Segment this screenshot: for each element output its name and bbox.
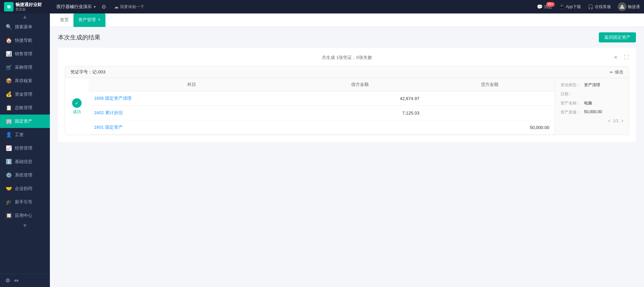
messages-button[interactable]: 💬 消息 99 xyxy=(537,4,552,10)
app-download-button[interactable]: 📱 App下载 xyxy=(559,4,581,10)
sidebar-item-enterprise[interactable]: 🤝 企业协同 xyxy=(0,182,50,195)
sidebar-item-payroll[interactable]: 👤 工资 xyxy=(0,128,50,141)
subject-1601: 1601 固定资产 xyxy=(89,120,295,135)
sidebar-item-search[interactable]: 🔍 搜索菜单 xyxy=(0,20,50,34)
tab-bar: 首页 资产管理 ✕ xyxy=(50,13,644,27)
sidebar-item-sales[interactable]: 📊 销售管理 xyxy=(0,47,50,61)
table-row: 1601 固定资产 50,000.00 xyxy=(89,120,555,135)
management-icon: 📈 xyxy=(5,145,12,152)
change-type-value: 资产清理 xyxy=(584,82,600,88)
cloud-icon: ☁ xyxy=(114,4,119,9)
app-center-icon: 🔲 xyxy=(5,212,12,219)
purchase-icon: 🛒 xyxy=(5,64,12,71)
debit-1601 xyxy=(295,120,425,135)
logo-sub: 普及版 xyxy=(16,7,42,11)
tab-asset-mgmt-label: 资产管理 xyxy=(78,17,96,23)
expand-icon: ⛶ xyxy=(624,55,629,60)
sidebar-item-system[interactable]: ⚙️ 系统管理 xyxy=(0,168,50,182)
edit-label: 修改 xyxy=(615,69,623,75)
ledger-icon: 📋 xyxy=(5,104,12,111)
page-content: 本次生成的结果 返回固定资产 共生成 1张凭证，0张失败 凭证字号：记-003 … xyxy=(50,27,644,287)
page-info: 1/1 xyxy=(613,119,619,123)
message-icon: 💬 xyxy=(537,4,543,9)
topbar: 畅 畅捷通好业财 普及版 医疗器械行业演示 ▼ ⚙ ☁ 我要体验一下 💬 消息 … xyxy=(0,0,644,13)
col-credit: 贷方金额 xyxy=(425,78,555,91)
debit-1602: 7,125.03 xyxy=(295,106,425,120)
experience-label: 我要体验一下 xyxy=(120,4,144,10)
sidebar-label-search: 搜索菜单 xyxy=(15,24,32,30)
sidebar-label-enterprise: 企业协同 xyxy=(15,186,32,192)
messages-badge: 99 xyxy=(546,2,555,7)
close-panel-button[interactable]: ✕ xyxy=(612,53,620,61)
sidebar-label-quicknav: 快捷导航 xyxy=(15,37,32,43)
prev-page-icon[interactable]: < xyxy=(608,119,611,123)
user-menu-button[interactable]: 畅捷通 xyxy=(618,2,640,11)
sidebar: ▲ 🔍 搜索菜单 🏠 快捷导航 📊 销售管理 🛒 采购管理 📦 库存核算 💰 资… xyxy=(0,13,50,287)
headset-icon: 🎧 xyxy=(588,4,593,9)
sidebar-item-quicknav[interactable]: 🏠 快捷导航 xyxy=(0,34,50,47)
tab-close-icon[interactable]: ✕ xyxy=(98,18,101,22)
col-debit: 借方金额 xyxy=(295,78,425,91)
user-label: 畅捷通 xyxy=(628,4,640,10)
sidebar-item-fixed-assets[interactable]: 🏢 固定资产 xyxy=(0,115,50,128)
success-circle-icon: ✓ xyxy=(72,98,82,108)
side-row-asset-value: 资产原值： 50,000.00 xyxy=(560,109,623,115)
settings-icon[interactable]: ⚙ xyxy=(99,2,109,11)
topbar-right: 💬 消息 99 📱 App下载 🎧 在线客服 畅捷通 xyxy=(537,2,640,11)
sidebar-label-sales: 销售管理 xyxy=(15,51,32,57)
edit-button[interactable]: ✏ 修改 xyxy=(610,69,623,75)
download-icon: 📱 xyxy=(559,4,564,9)
side-row-asset-name: 资产名称： 电脑 xyxy=(560,100,623,106)
sidebar-item-basic-info[interactable]: ℹ️ 基础信息 xyxy=(0,155,50,168)
chevron-down-icon: ▼ xyxy=(93,5,96,9)
sidebar-label-finance: 资金管理 xyxy=(15,91,32,97)
app-download-label: App下载 xyxy=(566,4,581,10)
sidebar-gear-icon[interactable]: ⚙ xyxy=(5,277,10,284)
sidebar-scroll-down[interactable]: ▼ xyxy=(0,222,50,229)
sidebar-bottom: ⚙ ⇔ xyxy=(0,274,50,287)
content-area: 首页 资产管理 ✕ 本次生成的结果 返回固定资产 共生成 1张凭证，0张失败 凭… xyxy=(50,13,644,287)
sidebar-item-purchase[interactable]: 🛒 采购管理 xyxy=(0,61,50,74)
sidebar-label-ledger: 总账管理 xyxy=(15,105,32,111)
enterprise-icon: 🤝 xyxy=(5,185,12,192)
table-row: 1602 累计折旧 7,125.03 xyxy=(89,106,555,120)
panel-controls: ✕ ⛶ xyxy=(612,53,631,61)
sidebar-item-ledger[interactable]: 📋 总账管理 xyxy=(0,101,50,115)
company-name: 医疗器械行业演示 xyxy=(57,4,92,10)
experience-button[interactable]: ☁ 我要体验一下 xyxy=(114,4,144,10)
sidebar-label-fixed-assets: 固定资产 xyxy=(15,118,32,124)
sidebar-label-guide: 新手引导 xyxy=(15,199,32,205)
sidebar-label-payroll: 工资 xyxy=(15,132,24,138)
col-subject: 科目 xyxy=(89,78,295,91)
sidebar-label-system: 系统管理 xyxy=(15,172,32,178)
sidebar-item-guide[interactable]: 🎓 新手引导 xyxy=(0,195,50,209)
sidebar-label-management: 经营管理 xyxy=(15,145,32,151)
company-selector[interactable]: 医疗器械行业演示 ▼ xyxy=(57,4,96,10)
tab-asset-mgmt[interactable]: 资产管理 ✕ xyxy=(73,13,105,27)
next-page-icon[interactable]: > xyxy=(621,119,623,123)
credit-1601: 50,000.00 xyxy=(425,120,555,135)
online-service-button[interactable]: 🎧 在线客服 xyxy=(588,4,611,10)
success-indicator: ✓ 成功 xyxy=(65,78,89,135)
tab-home[interactable]: 首页 xyxy=(55,13,73,27)
sidebar-label-inventory: 库存核算 xyxy=(15,78,32,84)
return-button[interactable]: 返回固定资产 xyxy=(599,32,636,42)
asset-value-value: 50,000.00 xyxy=(584,109,602,115)
result-summary: 共生成 1张凭证，0张失败 xyxy=(65,55,629,61)
voucher-number: 凭证字号：记-003 xyxy=(70,69,105,75)
sidebar-scroll-up[interactable]: ▲ xyxy=(0,13,50,20)
sidebar-label-purchase: 采购管理 xyxy=(15,64,32,70)
sidebar-collapse-icon[interactable]: ⇔ xyxy=(14,277,19,284)
subject-1606: 1606 固定资产清理 xyxy=(89,91,295,106)
credit-1602 xyxy=(425,106,555,120)
expand-panel-button[interactable]: ⛶ xyxy=(622,53,631,61)
sidebar-item-management[interactable]: 📈 经营管理 xyxy=(0,141,50,155)
asset-value-label: 资产原值： xyxy=(560,109,584,115)
voucher-header: 凭证字号：记-003 ✏ 修改 xyxy=(65,66,629,78)
sidebar-item-finance[interactable]: 💰 资金管理 xyxy=(0,88,50,101)
payroll-icon: 👤 xyxy=(5,131,12,138)
debit-1606: 42,874.97 xyxy=(295,91,425,106)
sidebar-item-app-center[interactable]: 🔲 应用中心 xyxy=(0,209,50,222)
logo-icon: 畅 xyxy=(4,2,13,11)
sidebar-item-inventory[interactable]: 📦 库存核算 xyxy=(0,74,50,88)
